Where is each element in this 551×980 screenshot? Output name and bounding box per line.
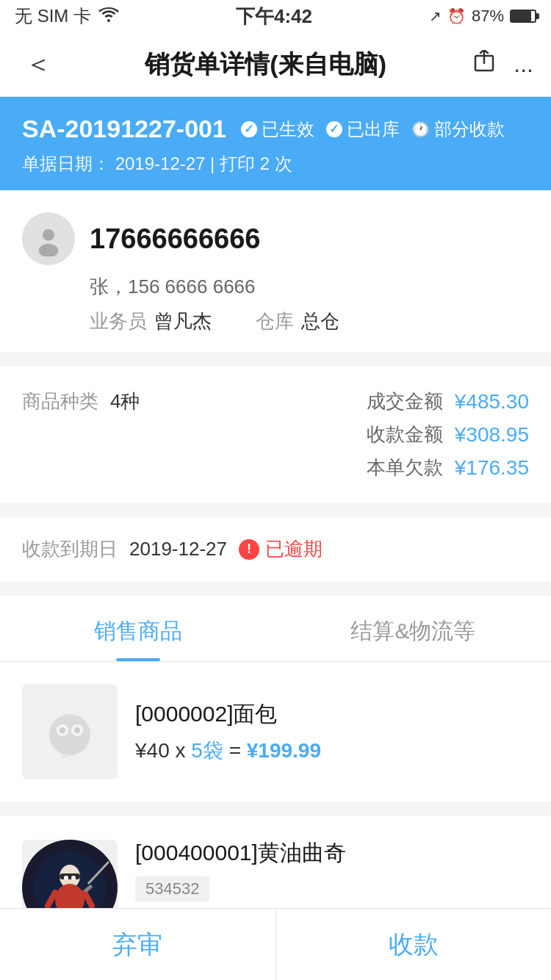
- carrier-text: 无 SIM 卡: [15, 4, 91, 28]
- battery-text: 87%: [472, 7, 504, 26]
- customer-section: 17666666666 张，156 6666 6666 业务员 曾凡杰 仓库 总…: [0, 190, 551, 352]
- svg-point-8: [74, 727, 80, 733]
- status-tags: ✓ 已生效 ✓ 已出库 🕐 部分收款: [241, 118, 505, 141]
- customer-main: 17666666666: [22, 212, 529, 265]
- svg-point-7: [60, 727, 65, 733]
- status-right: ↗ ⏰ 87%: [429, 7, 536, 26]
- check-icon-2: ✓: [326, 121, 342, 137]
- tabs-section: 销售商品 结算&物流等: [0, 596, 551, 662]
- product-1-qty: 5袋: [191, 739, 228, 762]
- customer-id: 17666666666: [90, 223, 260, 255]
- back-button[interactable]: ＜: [18, 39, 59, 90]
- product-1-name: [0000002]面包: [135, 699, 529, 729]
- overdue-dot-icon: !: [239, 539, 259, 560]
- stats-left: 商品种类 4种: [22, 389, 253, 419]
- nav-bar: ＜ 销货单详情(来自电脑) ...: [0, 32, 551, 97]
- overdue-badge: ! 已逾期: [239, 536, 323, 562]
- warehouse-label: 仓库: [256, 309, 294, 334]
- warehouse-value: 总仓: [301, 309, 339, 334]
- warehouse-item: 仓库 总仓: [256, 309, 339, 334]
- debt-label: 本单欠款: [367, 455, 443, 480]
- stats-right: 成交金额 ¥485.30 收款金额 ¥308.95 本单欠款 ¥176.35: [253, 389, 529, 480]
- svg-point-15: [64, 876, 68, 880]
- product-1-total: ¥199.99: [247, 739, 321, 762]
- deal-amount-line: 成交金额 ¥485.30: [367, 389, 529, 414]
- share-button[interactable]: [472, 50, 496, 79]
- salesperson-value: 曾凡杰: [154, 309, 212, 334]
- nav-actions: ...: [472, 50, 533, 79]
- customer-meta: 业务员 曾凡杰 仓库 总仓: [90, 309, 529, 334]
- svg-rect-14: [60, 873, 80, 879]
- svg-text:图+: 图+: [61, 749, 75, 759]
- due-date: 2019-12-27: [129, 538, 227, 561]
- product-2-sku: 534532: [135, 876, 209, 901]
- tab-products[interactable]: 销售商品: [0, 596, 276, 661]
- status-tag-partial: 🕐 部分收款: [411, 118, 505, 141]
- nav-title: 销货单详情(来自电脑): [59, 48, 472, 82]
- collect-payment-button[interactable]: 收款: [276, 909, 552, 980]
- category-label: 商品种类: [22, 389, 98, 414]
- status-time: 下午4:42: [236, 4, 312, 29]
- status-bar: 无 SIM 卡 下午4:42 ↗ ⏰ 87%: [0, 0, 551, 32]
- category-row: 商品种类 4种: [22, 389, 253, 414]
- debt-value: ¥176.35: [455, 456, 529, 480]
- due-label: 收款到期日: [22, 536, 118, 562]
- clock-icon: 🕐: [411, 120, 430, 138]
- product-1-info: [0000002]面包 ¥40 x 5袋 = ¥199.99: [135, 699, 529, 765]
- deal-amount-value: ¥485.30: [455, 390, 529, 414]
- received-value: ¥308.95: [455, 423, 529, 447]
- status-tag-outbound: ✓ 已出库: [326, 118, 400, 141]
- overdue-text: 已逾期: [265, 536, 323, 562]
- product-1-price: ¥40 x 5袋 = ¥199.99: [135, 737, 529, 765]
- salesperson-label: 业务员: [90, 309, 147, 334]
- status-left: 无 SIM 卡: [15, 4, 119, 28]
- category-value: 4种: [110, 389, 140, 414]
- svg-point-16: [71, 876, 76, 880]
- header-banner: SA-20191227-001 ✓ 已生效 ✓ 已出库 🕐 部分收款 单据日期：…: [0, 97, 551, 190]
- product-1-thumb: 图+: [22, 684, 118, 779]
- tab-settlement[interactable]: 结算&物流等: [276, 596, 551, 661]
- header-top: SA-20191227-001 ✓ 已生效 ✓ 已出库 🕐 部分收款: [22, 115, 529, 143]
- salesperson-item: 业务员 曾凡杰: [90, 309, 212, 334]
- stats-section: 商品种类 4种 成交金额 ¥485.30 收款金额 ¥308.95 本单欠款 ¥…: [0, 367, 551, 502]
- deal-amount-label: 成交金额: [367, 389, 443, 414]
- bottom-bar: 弃审 收款: [0, 908, 551, 980]
- product-item: 图+ [0000002]面包 ¥40 x 5袋 = ¥199.99: [0, 662, 551, 801]
- status-tag-effective: ✓ 已生效: [241, 118, 314, 141]
- cancel-review-button[interactable]: 弃审: [0, 909, 276, 980]
- received-label: 收款金额: [367, 422, 443, 447]
- wifi-icon: [98, 6, 119, 26]
- header-subtitle: 单据日期： 2019-12-27 | 打印 2 次: [22, 152, 529, 176]
- location-icon: ↗: [429, 7, 442, 25]
- more-button[interactable]: ...: [514, 51, 533, 78]
- battery-icon: [510, 10, 536, 23]
- debt-line: 本单欠款 ¥176.35: [367, 455, 529, 480]
- avatar: [22, 212, 75, 265]
- received-line: 收款金额 ¥308.95: [367, 422, 529, 447]
- product-2-name: [000400001]黄油曲奇: [135, 838, 529, 868]
- due-section: 收款到期日 2019-12-27 ! 已逾期: [0, 517, 551, 581]
- svg-point-2: [43, 229, 54, 241]
- order-id: SA-20191227-001: [22, 115, 226, 143]
- alarm-icon: ⏰: [447, 7, 466, 25]
- check-icon-1: ✓: [241, 121, 257, 137]
- customer-name: 张，156 6666 6666: [90, 274, 529, 300]
